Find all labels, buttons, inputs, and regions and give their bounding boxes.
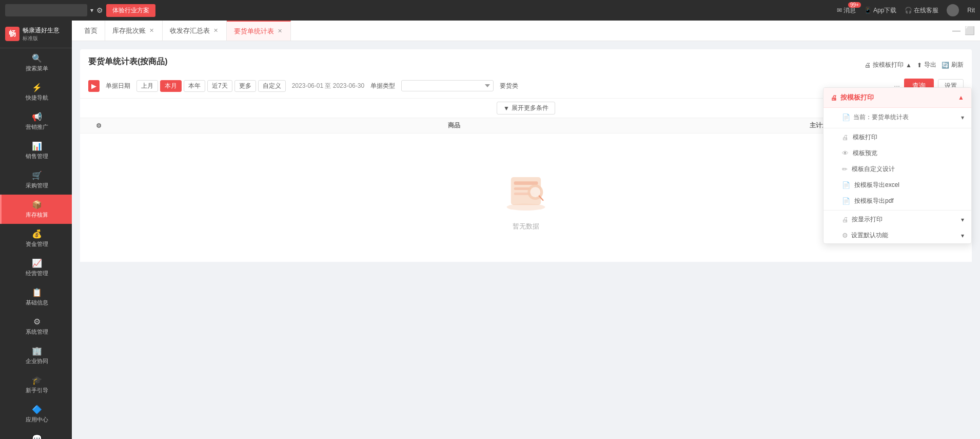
dropdown-default-func[interactable]: ⚙ 设置默认功能 ▾ xyxy=(824,227,971,243)
sidebar-item-finance[interactable]: 💰 资金管理 xyxy=(0,224,72,253)
date-btn-custom[interactable]: 自定义 xyxy=(258,80,286,92)
expand-conditions-btn[interactable]: ▼ 展开更多条件 xyxy=(497,102,555,114)
date-btn-prev[interactable]: 上月 xyxy=(136,80,158,92)
dropdown-item-template-preview[interactable]: 👁 模板预览 xyxy=(824,145,971,161)
app-download-btn[interactable]: 📱 App下载 xyxy=(864,6,896,15)
top-bar: ▾ ⚙ 体验行业方案 ✉ 消息 99+ 📱 App下载 🎧 在线客服 Rit xyxy=(0,0,980,21)
logo-icon: 畅 xyxy=(5,27,19,41)
tab-inventory-batch-close[interactable]: ✕ xyxy=(148,27,155,34)
dropdown-current-label: 当前：要货单统计表 xyxy=(853,113,909,122)
tab-receivable-summary-close[interactable]: ✕ xyxy=(212,27,219,34)
dropdown-divider-1 xyxy=(824,128,971,128)
tab-order-stats[interactable]: 要货单统计表 ✕ xyxy=(227,21,291,41)
quick-nav-icon: ⚡ xyxy=(32,83,42,92)
dropdown-item-export-excel[interactable]: 📄 按模板导出excel xyxy=(824,177,971,193)
sidebar-label-operations: 经营管理 xyxy=(26,270,48,277)
sidebar-item-system[interactable]: ⚙ 系统管理 xyxy=(0,312,72,341)
dropdown-display-print[interactable]: 🖨 按显示打印 ▾ xyxy=(824,212,971,227)
sidebar-item-quick-nav[interactable]: ⚡ 快捷导航 xyxy=(0,78,72,107)
template-print-label: 模板打印 xyxy=(853,133,877,142)
dropdown-arrow-icon[interactable]: ▾ xyxy=(90,7,93,14)
settings-icon[interactable]: ⚙ xyxy=(96,6,103,14)
sidebar-item-marketing[interactable]: 📢 营销推广 xyxy=(0,107,72,136)
print-dropdown-arrow: ▲ xyxy=(906,62,912,69)
sidebar-item-basic[interactable]: 📋 基础信息 xyxy=(0,282,72,312)
sidebar-item-operations[interactable]: 📈 经营管理 xyxy=(0,253,72,282)
sidebar-item-purchase[interactable]: 🛒 采购管理 xyxy=(0,165,72,195)
tab-minimize-icon[interactable]: — xyxy=(952,26,961,35)
sidebar-label-finance: 资金管理 xyxy=(26,240,48,248)
sidebar-item-search[interactable]: 🔍 搜索菜单 xyxy=(0,48,72,78)
tab-order-stats-close[interactable]: ✕ xyxy=(276,28,283,35)
avatar[interactable] xyxy=(947,4,959,16)
print-label: 按模板打印 xyxy=(873,61,904,69)
page-content: 要货单统计表(按商品) 🖨 按模板打印 ▲ ⬆ 导出 🔄 xyxy=(72,41,980,439)
date-btn-more[interactable]: 更多 xyxy=(234,80,256,92)
tab-home[interactable]: 首页 xyxy=(77,21,105,41)
template-preview-icon: 👁 xyxy=(842,149,849,157)
type-filter-label: 单据类型 xyxy=(370,82,395,90)
expand-conditions-label: 展开更多条件 xyxy=(512,104,548,112)
tab-maximize-icon[interactable]: ⬜ xyxy=(965,26,975,35)
messages-btn[interactable]: ✉ 消息 99+ xyxy=(837,6,856,15)
top-bar-right: ✉ 消息 99+ 📱 App下载 🎧 在线客服 Rit xyxy=(837,4,975,16)
gear-icon: ⚙ xyxy=(96,122,102,129)
default-func-label: 设置默认功能 xyxy=(851,231,888,240)
trial-button[interactable]: 体验行业方案 xyxy=(106,4,155,17)
sidebar-item-sales[interactable]: 📊 销售管理 xyxy=(0,136,72,165)
finance-icon: 💰 xyxy=(32,229,42,239)
dropdown-current-template[interactable]: 📄 当前：要货单统计表 ▾ xyxy=(824,110,971,125)
svg-rect-2 xyxy=(514,181,538,185)
online-service-btn[interactable]: 🎧 在线客服 xyxy=(905,6,938,15)
date-btn-current[interactable]: 本月 xyxy=(160,80,182,92)
guide-icon: 🎓 xyxy=(32,375,42,385)
username-label: Rit xyxy=(967,7,975,14)
col-settings-header[interactable]: ⚙ xyxy=(88,122,109,129)
marketing-icon: 📢 xyxy=(32,112,42,122)
type-filter-select[interactable] xyxy=(401,80,494,91)
operations-icon: 📈 xyxy=(32,258,42,268)
search-input[interactable] xyxy=(5,4,87,16)
sidebar-item-inventory[interactable]: 📦 库存核算 xyxy=(0,195,72,224)
inventory-icon: 📦 xyxy=(32,200,42,209)
sidebar-item-guide[interactable]: 🎓 新手引导 xyxy=(0,370,72,399)
sidebar-label-basic: 基础信息 xyxy=(26,299,48,307)
tab-receivable-summary[interactable]: 收发存汇总表 ✕ xyxy=(163,21,227,41)
date-btn-year[interactable]: 本年 xyxy=(184,80,205,92)
page-title: 要货单统计表(按商品) xyxy=(88,56,168,67)
tab-inventory-batch[interactable]: 库存批次账 ✕ xyxy=(105,21,163,41)
display-print-icon: 🖨 xyxy=(842,216,849,223)
sidebar-item-wechat[interactable]: 💬 企业微信 xyxy=(0,429,72,439)
logo-text: 畅康通好生意 标准版 xyxy=(23,27,60,42)
dropdown-header-left: 🖨 按模板打印 xyxy=(831,93,874,102)
tab-bar-actions: — ⬜ xyxy=(952,26,975,35)
online-service-label: 在线客服 xyxy=(914,6,938,15)
date-btn-7days[interactable]: 近7天 xyxy=(207,80,232,92)
tab-home-label: 首页 xyxy=(84,26,97,35)
date-range-display: 2023-06-01 至 2023-06-30 xyxy=(292,82,364,90)
empty-text: 暂无数据 xyxy=(513,222,539,231)
mobile-icon: 📱 xyxy=(864,7,872,14)
dropdown-header[interactable]: 🖨 按模板打印 ▲ xyxy=(824,88,971,108)
expand-down-icon: ▼ xyxy=(503,105,509,112)
messages-label: 消息 xyxy=(844,7,856,14)
sidebar-item-appstore[interactable]: 🔷 应用中心 xyxy=(0,399,72,429)
dropdown-item-template-design[interactable]: ✏ 模板自定义设计 xyxy=(824,161,971,177)
export-button[interactable]: ⬆ 导出 xyxy=(917,61,936,69)
print-dropdown-menu: 🖨 按模板打印 ▲ 📄 当前：要货单统计表 ▾ xyxy=(823,87,972,244)
refresh-button[interactable]: 🔄 刷新 xyxy=(942,61,964,69)
sidebar-label-appstore: 应用中心 xyxy=(26,416,48,424)
dropdown-collapse-icon[interactable]: ▲ xyxy=(958,94,964,101)
date-filter-label: 单据日期 xyxy=(106,82,130,90)
dropdown-current-arrow: ▾ xyxy=(961,114,964,121)
date-buttons: 上月 本月 本年 近7天 更多 自定义 xyxy=(136,80,286,92)
filter-expand-btn[interactable]: ▶ xyxy=(88,80,100,92)
appstore-icon: 🔷 xyxy=(32,405,42,414)
dropdown-item-template-print[interactable]: 🖨 模板打印 xyxy=(824,129,971,145)
sidebar-label-marketing: 营销推广 xyxy=(26,123,48,131)
default-func-icon: ⚙ xyxy=(842,232,848,239)
print-button[interactable]: 🖨 按模板打印 ▲ xyxy=(865,61,912,69)
sidebar-item-enterprise[interactable]: 🏢 企业协同 xyxy=(0,341,72,370)
system-icon: ⚙ xyxy=(33,317,41,327)
dropdown-item-export-pdf[interactable]: 📄 按模板导出pdf xyxy=(824,193,971,209)
